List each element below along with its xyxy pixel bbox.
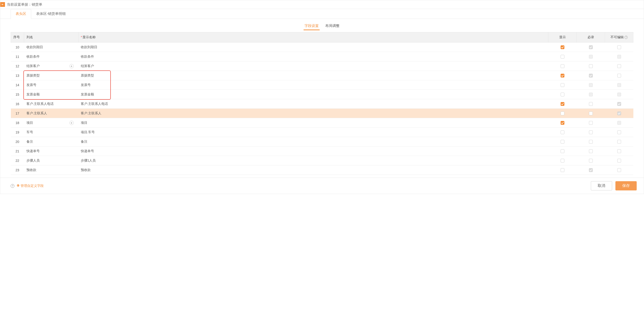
table-row[interactable]: 17客户.主联系人客户.主联系人	[11, 109, 633, 118]
table-row[interactable]: 10收款到期日收款到期日	[11, 42, 633, 52]
cell-display-name[interactable]: 快递单号	[78, 146, 548, 156]
required-checkbox[interactable]	[589, 130, 593, 134]
table-row[interactable]: 20备注备注	[11, 137, 633, 146]
table-row[interactable]: 13票据类型票据类型	[11, 71, 633, 80]
table-row[interactable]: 15发票金额发票金额	[11, 90, 633, 99]
show-checkbox[interactable]	[560, 102, 564, 106]
required-checkbox	[589, 55, 593, 58]
table-row[interactable]: 21快递单号快递单号	[11, 146, 633, 156]
cell-readonly	[605, 137, 633, 146]
cell-readonly	[605, 118, 633, 128]
cancel-button[interactable]: 取消	[591, 181, 612, 190]
show-checkbox[interactable]	[560, 140, 564, 144]
table-container: 序号 列名 *显示名称 显示 必录 不可编辑? 10收款到期日收款到期日11收款…	[0, 32, 644, 175]
required-checkbox[interactable]	[589, 112, 593, 115]
cell-seq: 11	[11, 52, 24, 62]
readonly-checkbox[interactable]	[617, 168, 621, 172]
required-checkbox[interactable]	[589, 102, 593, 106]
cell-display-name[interactable]: 预收款	[78, 166, 548, 175]
cell-display-name[interactable]: 收款条件	[78, 52, 548, 62]
show-checkbox[interactable]	[560, 55, 564, 58]
cell-display-name[interactable]: 备注	[78, 137, 548, 146]
show-checkbox[interactable]	[560, 168, 564, 172]
cell-col-name: 收款到期日	[24, 42, 78, 52]
col-name-text: 车号	[26, 130, 33, 134]
table-header-row: 序号 列名 *显示名称 显示 必录 不可编辑?	[11, 32, 633, 42]
show-checkbox[interactable]	[560, 121, 564, 125]
sub-tab-field-settings[interactable]: 字段设置	[304, 22, 320, 30]
table-row[interactable]: 11收款条件收款条件	[11, 52, 633, 62]
show-checkbox[interactable]	[560, 92, 564, 96]
readonly-checkbox[interactable]	[617, 140, 621, 144]
required-checkbox[interactable]	[589, 149, 593, 153]
plus-icon[interactable]: +	[70, 64, 74, 68]
cell-required	[577, 137, 605, 146]
required-checkbox[interactable]	[589, 140, 593, 144]
table-row[interactable]: 16客户.主联系人电话客户.主联系人电话	[11, 99, 633, 109]
collapse-button[interactable]	[0, 2, 5, 7]
show-checkbox[interactable]	[560, 45, 564, 49]
readonly-checkbox[interactable]	[617, 159, 621, 162]
cell-show	[548, 146, 577, 156]
cell-col-name: 客户.主联系人	[24, 109, 78, 118]
cell-show	[548, 166, 577, 175]
tab-body-detail[interactable]: 表体区-销货单明细	[31, 9, 71, 19]
cell-seq: 23	[11, 166, 24, 175]
required-checkbox[interactable]	[589, 64, 593, 68]
readonly-checkbox[interactable]	[617, 74, 621, 78]
plus-icon[interactable]: +	[70, 121, 74, 125]
help-icon[interactable]: ?	[624, 36, 628, 39]
cell-required	[577, 90, 605, 99]
th-display-name-label: 显示名称	[82, 35, 96, 39]
table-row[interactable]: 23预收款预收款	[11, 166, 633, 175]
required-checkbox	[589, 83, 593, 87]
cell-col-name: 客户.主联系人电话	[24, 99, 78, 109]
cell-display-name[interactable]: 结算客户	[78, 62, 548, 71]
show-checkbox[interactable]	[560, 112, 564, 115]
table-row[interactable]: 14发票号发票号	[11, 80, 633, 90]
document-label: 当前设置单据：销货单	[7, 2, 42, 7]
show-checkbox[interactable]	[560, 83, 564, 87]
readonly-checkbox	[617, 92, 621, 96]
required-checkbox[interactable]	[589, 121, 593, 125]
readonly-checkbox[interactable]	[617, 64, 621, 68]
cell-show	[548, 42, 577, 52]
cell-seq: 16	[11, 99, 24, 109]
cell-col-name: 结算客户+	[24, 62, 78, 71]
th-show: 显示	[548, 32, 577, 42]
cell-display-name[interactable]: 步骤1人员	[78, 156, 548, 166]
cell-display-name[interactable]: 项目	[78, 118, 548, 128]
cell-display-name[interactable]: 收款到期日	[78, 42, 548, 52]
readonly-checkbox[interactable]	[617, 149, 621, 153]
table-row[interactable]: 19车号项目.车号	[11, 128, 633, 137]
cell-seq: 10	[11, 42, 24, 52]
cell-display-name[interactable]: 客户.主联系人	[78, 109, 548, 118]
save-button[interactable]: 保存	[616, 181, 637, 190]
cell-seq: 22	[11, 156, 24, 166]
cell-required	[577, 62, 605, 71]
cell-required	[577, 42, 605, 52]
show-checkbox[interactable]	[560, 149, 564, 153]
readonly-checkbox[interactable]	[617, 130, 621, 134]
required-checkbox	[589, 45, 593, 49]
show-checkbox[interactable]	[560, 130, 564, 134]
required-checkbox[interactable]	[589, 159, 593, 162]
readonly-checkbox[interactable]	[617, 45, 621, 49]
show-checkbox[interactable]	[560, 159, 564, 162]
table-row[interactable]: 12结算客户+结算客户	[11, 62, 633, 71]
show-checkbox[interactable]	[560, 74, 564, 78]
show-checkbox[interactable]	[560, 64, 564, 68]
cell-display-name[interactable]: 发票号	[78, 80, 548, 90]
cell-display-name[interactable]: 客户.主联系人电话	[78, 99, 548, 109]
table-row[interactable]: 22步骤人员步骤1人员	[11, 156, 633, 166]
manage-custom-fields-link[interactable]: ? 管理自定义字段	[11, 184, 44, 188]
cell-display-name[interactable]: 票据类型	[78, 71, 548, 80]
cell-seq: 17	[11, 109, 24, 118]
table-row[interactable]: 18项目+项目	[11, 118, 633, 128]
sub-tab-layout-adjust[interactable]: 布局调整	[324, 22, 340, 30]
cell-required	[577, 109, 605, 118]
readonly-checkbox	[617, 121, 621, 125]
cell-display-name[interactable]: 项目.车号	[78, 128, 548, 137]
tab-header-area[interactable]: 表头区	[11, 9, 31, 19]
cell-display-name[interactable]: 发票金额	[78, 90, 548, 99]
